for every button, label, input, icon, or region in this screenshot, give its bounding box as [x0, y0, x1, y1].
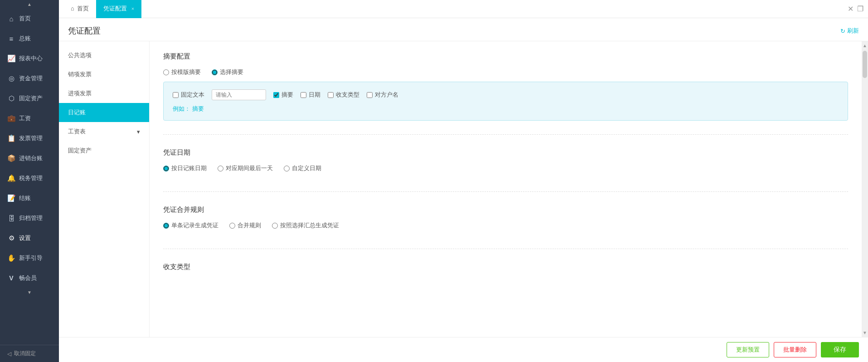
sidebar-item-guide[interactable]: ✋ 新手引导	[0, 248, 59, 268]
left-nav-payroll-table[interactable]: 工资表 ▾	[59, 122, 149, 141]
window-restore-icon[interactable]: ❐	[857, 5, 863, 13]
home-tab-icon: ⌂	[71, 5, 74, 12]
select-merge-radio[interactable]	[272, 223, 278, 229]
sidebar-bottom-label: 取消固定	[14, 350, 36, 357]
summary-radio-template[interactable]: 按模版摘要	[163, 68, 201, 76]
custom-date-label: 自定义日期	[292, 164, 321, 172]
sidebar-item-assets[interactable]: ⬡ 固定资产	[0, 88, 59, 108]
merge-radio-single[interactable]: 单条记录生成凭证	[163, 221, 218, 230]
assets-icon: ⬡	[7, 94, 15, 103]
voucher-date-section: 凭证日期 按日记账日期 对应期间最后一天	[163, 148, 848, 192]
date-checkbox[interactable]	[301, 92, 306, 98]
sidebar-item-capital[interactable]: ◎ 资金管理	[0, 68, 59, 88]
summary-checkbox-label: 摘要	[281, 91, 293, 99]
merge-radio-select[interactable]: 按照选择汇总生成凭证	[272, 221, 339, 230]
guide-icon: ✋	[7, 254, 15, 262]
summary-section-title: 摘要配置	[163, 52, 848, 61]
income-type-checkbox[interactable]	[328, 92, 334, 98]
sidebar-item-vip[interactable]: V 畅会员	[0, 268, 59, 288]
scroll-thumb[interactable]	[863, 51, 867, 78]
summary-select-label: 选择摘要	[220, 68, 243, 76]
single-record-radio[interactable]	[163, 223, 169, 229]
bottom-action-bar: 更新预置 批量删除 保存	[59, 337, 868, 362]
date-checkbox-label: 日期	[309, 91, 320, 99]
tab-close-icon[interactable]: ×	[131, 6, 134, 11]
checkbox-summary[interactable]: 摘要	[273, 91, 293, 99]
save-button[interactable]: 保存	[821, 342, 859, 357]
sidebar-item-invoice[interactable]: 📋 发票管理	[0, 128, 59, 148]
summary-select-radio[interactable]	[212, 69, 218, 75]
sidebar-label-home: 首页	[19, 15, 31, 23]
tab-voucher-config[interactable]: 凭证配置 ×	[96, 0, 141, 18]
custom-date-radio[interactable]	[284, 166, 290, 171]
left-nav-public-label: 公共选项	[68, 51, 92, 59]
example-value: 摘要	[192, 105, 204, 112]
checkbox-income-type[interactable]: 收支类型	[328, 91, 359, 99]
sidebar-item-purchase[interactable]: 📦 进销台账	[0, 148, 59, 168]
counterpart-checkbox[interactable]	[367, 92, 373, 98]
sidebar-item-archive[interactable]: 🗄 归档管理	[0, 208, 59, 228]
scroll-down-button[interactable]: ▼	[862, 328, 868, 337]
left-nav-journal[interactable]: 日记账	[59, 103, 149, 122]
sidebar-item-tax[interactable]: 🔔 税务管理	[0, 168, 59, 188]
select-merge-label: 按照选择汇总生成凭证	[280, 221, 339, 230]
sidebar-item-closing[interactable]: 📝 结账	[0, 188, 59, 208]
journal-date-radio[interactable]	[163, 166, 169, 171]
pin-icon: ◁	[7, 351, 11, 357]
date-radio-last-day[interactable]: 对应期间最后一天	[218, 164, 273, 172]
summary-radio-select[interactable]: 选择摘要	[212, 68, 243, 76]
last-day-radio[interactable]	[218, 166, 223, 171]
sidebar-item-home[interactable]: ⌂ 首页	[0, 9, 59, 29]
sidebar-unpin-button[interactable]: ◁ 取消固定	[0, 345, 59, 362]
checkbox-fixed-text[interactable]: 固定文本	[173, 91, 204, 99]
tab-home[interactable]: ⌂ 首页	[63, 0, 96, 18]
tab-active-label: 凭证配置	[103, 5, 127, 13]
income-type-checkbox-label: 收支类型	[336, 91, 359, 99]
income-type-section-title: 收支类型	[163, 263, 848, 271]
sidebar-label-closing: 结账	[19, 194, 31, 202]
tab-bar: ⌂ 首页 凭证配置 × ✕ ❐	[59, 0, 868, 18]
checkbox-date[interactable]: 日期	[301, 91, 320, 99]
sidebar-item-report[interactable]: 📈 报表中心	[0, 49, 59, 68]
fixed-text-input[interactable]	[212, 89, 266, 100]
left-nav-sales[interactable]: 销项发票	[59, 65, 149, 84]
sidebar-label-assets: 固定资产	[19, 94, 43, 103]
date-section-title: 凭证日期	[163, 148, 848, 157]
content-area: 凭证配置 ↻ 刷新 公共选项 销项发票 进项发票 日记账	[59, 18, 868, 362]
scrollbar-area: ▲ ▼	[862, 41, 868, 337]
left-nav-sales-label: 销项发票	[68, 70, 92, 78]
fixed-text-checkbox[interactable]	[173, 92, 179, 98]
purchase-icon: 📦	[7, 154, 15, 162]
window-close-icon[interactable]: ✕	[848, 5, 853, 13]
sidebar-scroll-down[interactable]: ▼	[0, 288, 59, 297]
left-nav-fixed-assets-label: 固定资产	[68, 147, 92, 155]
sidebar-item-settings[interactable]: ⚙ 设置	[0, 228, 59, 248]
scroll-up-button[interactable]: ▲	[862, 41, 868, 50]
sidebar-item-payroll[interactable]: 💼 工资	[0, 108, 59, 128]
income-type-section: 收支类型	[163, 263, 848, 292]
tab-actions: ✕ ❐	[848, 5, 863, 13]
date-radio-journal[interactable]: 按日记账日期	[163, 164, 207, 172]
closing-icon: 📝	[7, 194, 15, 202]
summary-checkbox[interactable]	[273, 92, 279, 98]
checkbox-counterpart[interactable]: 对方户名	[367, 91, 398, 99]
fixed-text-label: 固定文本	[181, 91, 204, 99]
refresh-button[interactable]: ↻ 刷新	[840, 27, 859, 35]
summary-example: 例如： 摘要	[173, 105, 839, 113]
summary-template-label: 按模版摘要	[171, 68, 201, 76]
merge-rule-radio[interactable]	[229, 223, 235, 229]
left-nav-fixed-assets[interactable]: 固定资产	[59, 141, 149, 160]
date-radio-custom[interactable]: 自定义日期	[284, 164, 321, 172]
sidebar-scroll-up[interactable]: ▲	[0, 0, 59, 9]
batch-delete-button[interactable]: 批量删除	[774, 342, 816, 357]
merge-radio-rule[interactable]: 合并规则	[229, 221, 261, 230]
update-preview-button[interactable]: 更新预置	[727, 342, 769, 357]
sidebar-label-ledger: 总账	[19, 34, 31, 43]
summary-template-radio[interactable]	[163, 69, 169, 75]
left-nav-purchase-invoice[interactable]: 进项发票	[59, 84, 149, 103]
tax-icon: 🔔	[7, 174, 15, 182]
sidebar-item-ledger[interactable]: ≡ 总账	[0, 29, 59, 49]
left-nav-public[interactable]: 公共选项	[59, 46, 149, 65]
invoice-icon: 📋	[7, 134, 15, 142]
merge-rule-label: 合并规则	[238, 221, 261, 230]
